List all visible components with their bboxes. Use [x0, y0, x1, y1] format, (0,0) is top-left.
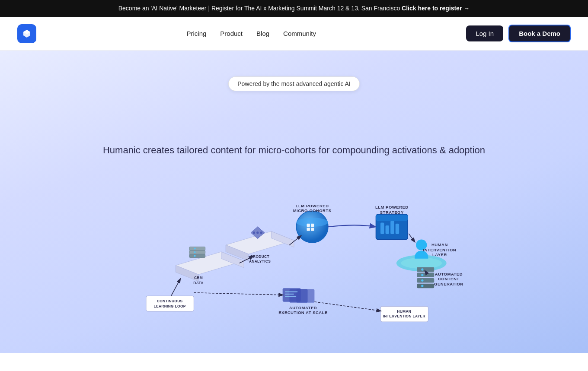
nav-item-product[interactable]: Product — [220, 30, 243, 38]
svg-line-54 — [194, 292, 282, 295]
nav-links: Pricing Product Blog Community — [186, 30, 316, 38]
nav-item-community[interactable]: Community — [283, 30, 316, 38]
svg-rect-29 — [396, 223, 399, 234]
svg-point-17 — [260, 231, 262, 234]
automated-execution-label-2: EXECUTION AT SCALE — [278, 310, 328, 315]
login-button[interactable]: Log In — [466, 25, 503, 41]
svg-rect-22 — [307, 228, 310, 231]
svg-point-15 — [253, 231, 255, 234]
svg-rect-28 — [390, 221, 394, 234]
svg-rect-3 — [189, 254, 205, 257]
svg-rect-27 — [386, 225, 389, 234]
auto-content-label-2: CONTENT — [438, 276, 459, 281]
svg-point-47 — [421, 268, 423, 270]
svg-line-52 — [409, 233, 415, 241]
hero-badge: Powered by the most advanced agentic AI — [228, 76, 360, 91]
community-link[interactable]: Community — [283, 30, 316, 37]
svg-rect-41 — [417, 278, 434, 283]
product-link[interactable]: Product — [220, 30, 243, 37]
nav-actions: Log In Book a Demo — [466, 25, 571, 42]
automated-execution-label: AUTOMATED — [289, 305, 317, 310]
hero-description: Humanic creates tailored content for mic… — [103, 143, 485, 157]
pricing-link[interactable]: Pricing — [186, 30, 206, 37]
svg-point-18 — [296, 211, 328, 243]
human-intervention-label: HUMAN — [431, 242, 448, 247]
llm-micro-label: LLM POWERED — [296, 203, 329, 208]
continuous-learning-label: CONTINUOUS — [157, 298, 183, 303]
book-demo-button[interactable]: Book a Demo — [508, 25, 571, 42]
logo-icon — [22, 29, 32, 39]
auto-content-gen-group: AUTOMATED CONTENT GENERATION — [417, 267, 463, 288]
crm-label: CRM — [194, 276, 203, 280]
llm-micro-cohorts-group: LLM POWERED MICRO-COHORTS — [293, 203, 332, 242]
blog-link[interactable]: Blog — [256, 30, 269, 37]
continuous-learning-label-2: LEARNING LOOP — [154, 304, 186, 308]
announcement-text: Become an 'AI Native' Marketeer | Regist… — [118, 5, 400, 12]
human-intervention-2-group: HUMAN INTERVENTION LAYER — [380, 306, 428, 322]
logo[interactable] — [17, 24, 36, 43]
svg-line-56 — [171, 279, 180, 296]
svg-point-45 — [421, 279, 423, 281]
announcement-bar: Become an 'AI Native' Marketeer | Regist… — [0, 0, 588, 17]
hero-section: Powered by the most advanced agentic AI … — [0, 51, 588, 353]
diagram-container: CRM DATA PRODUCT ANALYTICS — [121, 174, 467, 348]
human-intervention-2-label: HUMAN — [397, 309, 411, 314]
llm-strategy-group: LLM POWERED STRATEGY — [375, 205, 409, 240]
svg-rect-48 — [146, 296, 194, 311]
auto-content-label-3: GENERATION — [434, 281, 463, 286]
continuous-learning-group: CONTINUOUS LEARNING LOOP — [146, 296, 194, 311]
svg-rect-23 — [311, 228, 314, 231]
svg-point-31 — [401, 257, 442, 268]
svg-rect-36 — [296, 289, 314, 303]
svg-rect-42 — [417, 273, 434, 277]
nav-item-pricing[interactable]: Pricing — [186, 30, 206, 38]
auto-content-label: AUTOMATED — [435, 271, 463, 276]
llm-strategy-label-2: STRATEGY — [380, 209, 404, 214]
svg-rect-4 — [189, 250, 205, 254]
svg-rect-26 — [380, 222, 384, 234]
crm-label-2: DATA — [193, 280, 203, 285]
svg-rect-21 — [311, 223, 314, 226]
svg-point-16 — [256, 231, 259, 234]
navigation: Pricing Product Blog Community Log In Bo… — [0, 17, 588, 51]
architecture-diagram: CRM DATA PRODUCT ANALYTICS — [121, 174, 467, 329]
product-analytics-label: PRODUCT — [250, 254, 269, 258]
automated-execution-group: AUTOMATED EXECUTION AT SCALE — [278, 288, 328, 315]
svg-point-46 — [421, 274, 423, 276]
llm-micro-label-2: MICRO-COHORTS — [293, 208, 332, 213]
llm-strategy-label: LLM POWERED — [375, 205, 409, 209]
svg-point-44 — [421, 285, 423, 287]
svg-point-7 — [194, 247, 195, 249]
announcement-cta[interactable]: Click here to register → — [402, 5, 470, 12]
human-intervention-2-label-2: INTERVENTION LAYER — [383, 314, 425, 318]
svg-rect-37 — [285, 291, 297, 292]
human-intervention-label-2: INTERVENTION — [423, 247, 457, 252]
human-intervention-label-3: LAYER — [432, 252, 447, 257]
svg-rect-40 — [417, 283, 434, 288]
svg-point-6 — [194, 251, 195, 253]
svg-rect-20 — [307, 223, 310, 226]
human-intervention-group: HUMAN INTERVENTION LAYER — [396, 239, 456, 271]
svg-line-55 — [314, 301, 380, 311]
nav-item-blog[interactable]: Blog — [256, 30, 269, 38]
svg-rect-38 — [285, 293, 294, 294]
svg-rect-5 — [189, 247, 205, 250]
svg-rect-39 — [285, 296, 296, 297]
svg-rect-25 — [376, 214, 408, 221]
svg-point-8 — [194, 255, 195, 257]
product-analytics-label-2: ANALYTICS — [249, 259, 271, 263]
